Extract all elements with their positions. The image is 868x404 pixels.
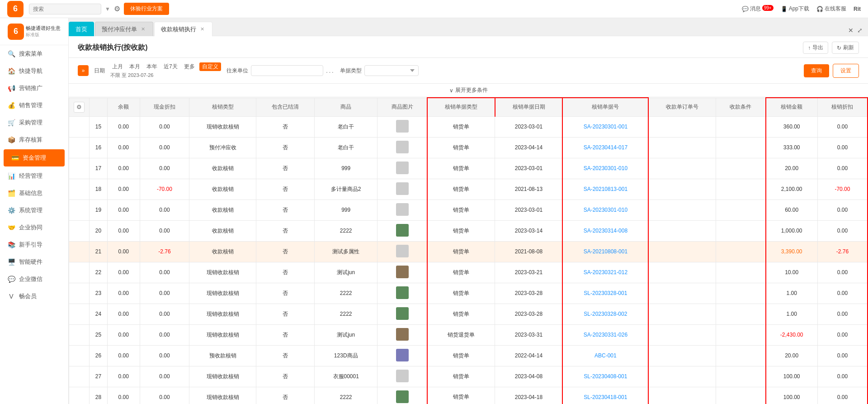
- td-settings: [69, 324, 90, 345]
- td-product: 测试多属性: [314, 241, 377, 262]
- sidebar-item-newbie[interactable]: 📚新手引导: [0, 236, 68, 253]
- date-opt-this-month[interactable]: 本月: [127, 62, 142, 71]
- sidebar-item-basic-info[interactable]: 🗂️基础信息: [0, 185, 68, 202]
- messages-area[interactable]: 💬 消息 99+: [742, 5, 774, 13]
- filter-expand-arrow[interactable]: »: [78, 65, 89, 76]
- refresh-btn[interactable]: ↻ 刷新: [832, 42, 859, 54]
- td-verify-no: ABC-001: [562, 345, 648, 366]
- from-unit-input[interactable]: [251, 65, 323, 76]
- sidebar-item-wechat[interactable]: 💬企业微信: [0, 271, 68, 288]
- sidebar-item-search-menu[interactable]: 🔍搜索菜单: [0, 45, 68, 62]
- sidebar-item-enterprise[interactable]: 🤝企业协同: [0, 219, 68, 236]
- verify-no-link[interactable]: SA-20230321-012: [584, 269, 627, 276]
- headset-icon: 🎧: [816, 6, 823, 12]
- sidebar-item-quick-nav[interactable]: 🏠快捷导航: [0, 62, 68, 80]
- td-product: 多计量商品2: [314, 179, 377, 200]
- date-opt-custom[interactable]: 自定义: [199, 62, 221, 71]
- settings-icon[interactable]: ⚙: [114, 5, 120, 13]
- verify-no-link[interactable]: SA-20230301-010: [584, 207, 627, 213]
- td-settings: [69, 179, 90, 200]
- th-receipt-condition: 收款条件: [716, 98, 766, 116]
- td-no: 25: [90, 324, 108, 345]
- table-row: 19 0.00 0.00 收款核销 否 999 销货单 2023-03-01 S…: [69, 200, 868, 220]
- td-balance: 0.00: [108, 366, 140, 387]
- verify-no-link[interactable]: SA-20230314-008: [584, 228, 627, 234]
- close-window-icon[interactable]: ✕: [848, 27, 854, 34]
- verify-no-link[interactable]: SA-20210808-001: [584, 248, 627, 255]
- td-cash-discount: 0.00: [140, 324, 189, 345]
- online-service-link[interactable]: 🎧 在线客服: [816, 5, 846, 13]
- td-no: 16: [90, 137, 108, 158]
- sidebar-label-search-menu: 搜索菜单: [19, 50, 42, 58]
- date-opt-more[interactable]: 更多: [182, 62, 197, 71]
- sidebar-item-finance[interactable]: 💳资金管理: [4, 149, 65, 166]
- td-discount: 0.00: [817, 220, 868, 241]
- messages-label: 消息: [750, 5, 761, 13]
- tab-prepay[interactable]: 预付冲应付单 ✕: [95, 22, 153, 36]
- export-btn[interactable]: ↑ 导出: [803, 42, 828, 54]
- receipts-tab-close[interactable]: ✕: [199, 26, 206, 33]
- td-verify-type: 收款核销: [189, 220, 256, 241]
- settings-btn[interactable]: 设置: [833, 64, 859, 78]
- table-row: 26 0.00 0.00 预收款核销 否 123D商品 销货单 2022-04-…: [69, 345, 868, 366]
- verify-no-link[interactable]: SL-20230328-001: [584, 290, 627, 296]
- sidebar-item-marketing[interactable]: 📢营销推广: [0, 80, 68, 97]
- sidebar-item-purchase[interactable]: 🛒采购管理: [0, 114, 68, 131]
- td-amount: 1.00: [766, 283, 818, 304]
- td-verify-type: 预付冲应收: [189, 137, 256, 158]
- td-bill-type: 销货单: [427, 345, 495, 366]
- table-settings-btn[interactable]: ⚙: [74, 102, 85, 113]
- dropdown-arrow-icon[interactable]: ▼: [105, 6, 110, 12]
- receipt-type-select[interactable]: [364, 65, 419, 76]
- sidebar-item-hardware[interactable]: 🖥️智能硬件: [0, 253, 68, 271]
- sidebar-item-sales[interactable]: 💰销售管理: [0, 97, 68, 114]
- verify-no-link[interactable]: SA-20230301-001: [584, 124, 627, 130]
- sidebar-label-system: 系统管理: [19, 206, 42, 214]
- tab-home[interactable]: 首页: [69, 22, 94, 36]
- sidebar-item-member[interactable]: V畅会员: [0, 288, 68, 305]
- date-opt-last-month[interactable]: 上月: [110, 62, 125, 71]
- maximize-icon[interactable]: ⤢: [857, 27, 863, 34]
- sidebar-item-system[interactable]: ⚙️系统管理: [0, 202, 68, 219]
- user-label[interactable]: Rit: [854, 6, 861, 12]
- expand-more-btn[interactable]: ∨ 展开更多条件: [449, 86, 488, 94]
- sidebar-item-operations[interactable]: 📊经营管理: [0, 167, 68, 185]
- from-unit-dots[interactable]: ...: [326, 67, 335, 75]
- sidebar-icon-inventory: 📦: [7, 136, 15, 143]
- sidebar-icon-wechat: 💬: [7, 276, 15, 283]
- th-verify-amount: 核销金额: [766, 98, 818, 116]
- verify-no-link[interactable]: SA-20230331-026: [584, 332, 627, 338]
- verify-no-link[interactable]: SL-20230408-001: [584, 373, 627, 380]
- td-balance: 0.00: [108, 158, 140, 179]
- td-cash-discount: 0.00: [140, 262, 189, 283]
- td-product: 测试jun: [314, 262, 377, 283]
- prepay-tab-close[interactable]: ✕: [140, 26, 146, 33]
- td-cash-discount: 0.00: [140, 200, 189, 220]
- solution-btn[interactable]: 休验行业方案: [124, 3, 169, 15]
- sidebar-icon-quick-nav: 🏠: [7, 67, 15, 75]
- date-opt-this-year[interactable]: 本年: [145, 62, 159, 71]
- product-image: [396, 224, 409, 237]
- search-input[interactable]: [29, 4, 101, 14]
- date-opt-7days[interactable]: 近7天: [162, 62, 179, 71]
- verify-no-link[interactable]: SA-20230301-010: [584, 165, 627, 171]
- td-receipt-no: [648, 200, 716, 220]
- td-included: 否: [256, 200, 315, 220]
- td-receipt-no: [648, 366, 716, 387]
- td-balance: 0.00: [108, 200, 140, 220]
- verify-no-link[interactable]: SA-20230414-017: [584, 144, 627, 151]
- refresh-icon: ↻: [837, 45, 841, 51]
- sidebar-label-sales: 销售管理: [19, 101, 42, 109]
- tab-receipts[interactable]: 收款核销执行 ✕: [154, 22, 212, 36]
- verify-no-link[interactable]: SL-20230328-002: [584, 311, 627, 317]
- query-btn[interactable]: 查询: [804, 64, 829, 77]
- td-verify-no: SA-20230301-010: [562, 200, 648, 220]
- app-download-link[interactable]: 📱 App下载: [781, 5, 809, 13]
- td-bill-type: 销货单: [427, 116, 495, 137]
- sidebar-item-inventory[interactable]: 📦库存核算: [0, 131, 68, 148]
- td-condition: [716, 200, 766, 220]
- verify-no-link[interactable]: ABC-001: [594, 352, 617, 359]
- td-discount: 0.00: [817, 158, 868, 179]
- verify-no-link[interactable]: SL-20230418-001: [584, 394, 627, 400]
- verify-no-link[interactable]: SA-20210813-001: [584, 186, 627, 192]
